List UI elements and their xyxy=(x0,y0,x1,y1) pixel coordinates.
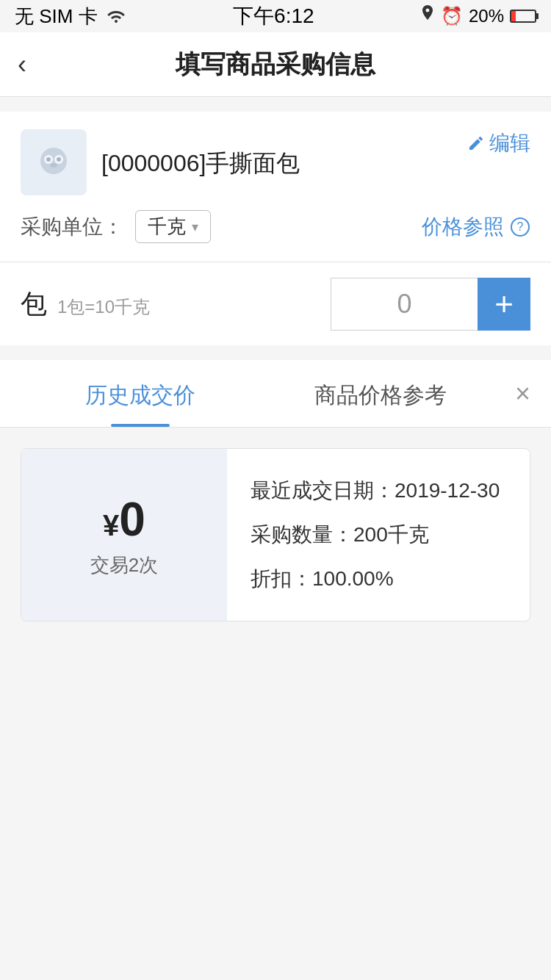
dropdown-arrow-icon: ▾ xyxy=(192,219,198,235)
tab-history-price[interactable]: 历史成交价 xyxy=(21,360,260,427)
price-card: ¥0 交易2次 最近成交日期：2019-12-30 采购数量：200千克 折扣：… xyxy=(21,448,530,621)
product-header: [0000006]手撕面包 编辑 xyxy=(21,129,530,195)
status-right: ⏰ 20% xyxy=(420,5,536,27)
unit-selector[interactable]: 千克 ▾ xyxy=(135,210,211,243)
bottom-space xyxy=(0,642,551,980)
price-value: 0 xyxy=(119,493,145,546)
product-unit-row: 采购单位： 千克 ▾ 价格参照 ? xyxy=(21,210,530,243)
quantity-label: 包 1包=10千克 xyxy=(21,287,150,323)
price-card-container: ¥0 交易2次 最近成交日期：2019-12-30 采购数量：200千克 折扣：… xyxy=(0,428,551,642)
price-amount: ¥0 xyxy=(103,492,145,547)
product-name: [0000006]手撕面包 xyxy=(101,148,300,180)
tabs-close-button[interactable]: × xyxy=(500,364,530,424)
tab-price-reference[interactable]: 商品价格参考 xyxy=(260,360,500,427)
edit-button[interactable]: 编辑 xyxy=(467,129,530,157)
location-icon xyxy=(420,5,435,27)
battery-percent: 20% xyxy=(469,6,504,26)
svg-point-3 xyxy=(46,157,51,162)
quantity-section: 包 1包=10千克 + xyxy=(0,262,551,345)
quantity-input[interactable] xyxy=(331,278,478,331)
product-card: [0000006]手撕面包 编辑 采购单位： 千克 ▾ 价格参照 ? xyxy=(0,112,551,261)
qty-note: 1包=10千克 xyxy=(57,295,150,319)
currency-symbol: ¥ xyxy=(103,509,119,541)
qty-unit-label: 包 xyxy=(21,287,47,323)
time-label: 下午6:12 xyxy=(233,2,314,30)
price-reference-button[interactable]: 价格参照 ? xyxy=(422,213,530,241)
unit-value: 千克 xyxy=(148,214,186,239)
unit-label: 采购单位： xyxy=(21,213,123,241)
unit-left: 采购单位： 千克 ▾ xyxy=(21,210,211,243)
quantity-input-area: + xyxy=(331,278,530,331)
product-logo xyxy=(21,129,87,195)
back-button[interactable]: ‹ xyxy=(18,49,26,80)
svg-point-5 xyxy=(50,163,57,167)
tabs-bar: 历史成交价 商品价格参考 × xyxy=(0,360,551,428)
price-card-right: 最近成交日期：2019-12-30 采购数量：200千克 折扣：100.00% xyxy=(227,449,530,621)
nav-bar: ‹ 填写商品采购信息 xyxy=(0,32,551,97)
price-transactions: 交易2次 xyxy=(90,552,158,578)
purchase-quantity-row: 采购数量：200千克 xyxy=(251,519,506,550)
battery-icon xyxy=(510,10,536,23)
alarm-icon: ⏰ xyxy=(441,6,463,26)
page-title: 填写商品采购信息 xyxy=(176,48,375,82)
status-left: 无 SIM 卡 xyxy=(15,4,127,29)
wifi-icon xyxy=(105,5,127,28)
last-date-row: 最近成交日期：2019-12-30 xyxy=(251,475,506,506)
price-ref-label: 价格参照 xyxy=(422,213,504,241)
quantity-plus-button[interactable]: + xyxy=(478,278,530,331)
svg-text:?: ? xyxy=(517,220,524,233)
svg-point-4 xyxy=(57,157,61,162)
price-card-left: ¥0 交易2次 xyxy=(21,449,227,621)
carrier-label: 无 SIM 卡 xyxy=(15,4,98,29)
product-left: [0000006]手撕面包 xyxy=(21,129,300,195)
discount-row: 折扣：100.00% xyxy=(251,563,506,594)
status-bar: 无 SIM 卡 下午6:12 ⏰ 20% xyxy=(0,0,551,32)
